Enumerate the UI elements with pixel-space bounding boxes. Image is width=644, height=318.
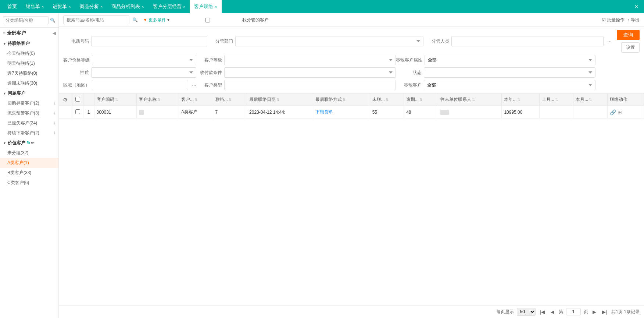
search-icon[interactable]: 🔍 [132,17,138,22]
table-header-row: ⚙ 客户编码⇅ 客户名称⇅ 客户...⇅ 联络...⇅ 最后联络日期⇅ 最后联络… [59,93,644,106]
info-icon-churned: ℹ [54,121,56,125]
next-page-btn[interactable]: ▶ [591,308,598,315]
region-dots-icon[interactable]: ··· [192,82,196,88]
per-page-select[interactable]: 50 100 200 [517,308,536,316]
sidebar-tomorrow-pending[interactable]: 明天待联络(1) [0,59,58,68]
sidebar-all-customers[interactable]: ⠿ 全部客户 ◀ [0,28,58,39]
sidebar-overdue-pending[interactable]: 逾期未联络(30) [0,78,58,88]
sidebar-ungrouped[interactable]: 未分组(32) [0,148,58,158]
sidebar-section-value[interactable]: ▼ 价值客户 ↻ ✏ [0,138,58,148]
last-method-link[interactable]: 下销货单 [315,109,333,114]
sidebar-class-b[interactable]: B类客户(33) [0,168,58,178]
row-last-method: 下销货单 [313,106,370,119]
expand-pending-icon: ▼ [3,42,6,46]
sort-level-icon[interactable]: ⇅ [194,98,197,102]
first-page-btn[interactable]: |◀ [539,308,546,315]
more-conditions-btn[interactable]: ▼ 更多条件 ▾ [141,16,172,24]
sidebar-section-problem[interactable]: ▼ 问题客户 [0,88,58,98]
row-name: Ea [136,106,179,119]
retail-customer-select[interactable]: 全部 [424,80,595,90]
person-dots-icon[interactable]: ··· [607,38,612,44]
nav-customer-contact[interactable]: 客户联络 × [190,0,221,13]
prev-page-btn[interactable]: ◀ [549,308,556,315]
sidebar-class-a[interactable]: A类客户(1) [0,158,58,168]
nav-close-product-analysis[interactable]: × [100,4,103,9]
refresh-value-icon[interactable]: ↻ [27,141,30,145]
sort-contact-icon[interactable]: ⇅ [229,98,232,102]
export-btn[interactable]: ↑ 导出 [627,17,640,23]
nav-close-purchase-order[interactable]: × [68,4,71,9]
nav-close-product-analysis-list[interactable]: × [142,4,144,9]
select-all-checkbox[interactable] [75,97,80,102]
table-footer: 每页显示 50 100 200 |◀ ◀ 第 页 ▶ ▶| 共1页 1条记录 [59,305,644,318]
nav-close-customer-contact[interactable]: × [215,4,217,9]
dept-select[interactable] [235,36,423,46]
sidebar-collapse-icon[interactable]: ◀ [53,31,56,36]
sidebar: 🔍 ⠿ 全部客户 ◀ ▼ 待联络客户 今天待联络(0) 明天待联络(1) 近7天… [0,13,59,318]
last-page-btn[interactable]: ▶| [601,308,608,315]
sidebar-search-icon[interactable]: 🔍 [50,18,56,23]
nav-purchase-order[interactable]: 进货单 × [48,0,75,13]
sort-notcontact-icon[interactable]: ⇅ [386,98,389,102]
table-settings-icon[interactable]: ⚙ [63,97,68,103]
col-this-year: 本年...⇅ [502,93,539,106]
sort-lastmonth-icon[interactable]: ⇅ [555,98,558,102]
action-link-icon[interactable]: 🔗 [610,109,616,115]
payment-select[interactable] [224,67,396,78]
nav-product-analysis-list[interactable]: 商品分析列表 × [107,0,148,13]
col-overdue-days: 逾期...⇅ [404,93,438,106]
sort-code-icon[interactable]: ⇅ [115,98,118,102]
filter-row-3: 性质 收付款条件 状态 [63,67,640,78]
row-last-date: 2023-04-12 14:44: [247,106,313,119]
batch-op-btn[interactable]: ☑ 批量操作 [602,17,625,23]
sidebar-search-input[interactable] [3,16,49,24]
sidebar-class-c[interactable]: C类客户(6) [0,178,58,188]
customer-type-input[interactable] [224,80,396,90]
nav-sales-order[interactable]: 销售单 × [21,0,48,13]
query-button[interactable]: 查询 [617,30,640,40]
filter-cell-status: 状态 [396,67,640,78]
sidebar-churned[interactable]: 已流失客户(24) ℹ [0,118,58,128]
price-level-select[interactable] [92,55,196,65]
edit-value-icon[interactable]: ✏ [31,141,34,145]
person-input[interactable] [451,36,604,46]
sort-method-icon[interactable]: ⇅ [343,98,346,102]
sidebar-churn-warning[interactable]: 流失预警客户(3) ℹ [0,108,58,118]
nav-home[interactable]: 首页 [3,0,21,13]
customer-level-select[interactable] [224,55,396,65]
sidebar-section-pending[interactable]: ▼ 待联络客户 [0,39,58,49]
page-input[interactable] [566,308,581,315]
sort-person-icon[interactable]: ⇅ [472,98,475,102]
sort-date-icon[interactable]: ⇅ [276,98,279,102]
nav-customer-segment[interactable]: 客户分层经营 × [149,0,190,13]
region-input[interactable] [92,80,188,90]
search-input[interactable] [63,15,129,24]
action-qr-icon[interactable]: ⊞ [618,109,622,115]
sort-thismonth-icon[interactable]: ⇅ [589,98,592,102]
nav-product-analysis[interactable]: 商品分析 × [75,0,107,13]
my-customers-checkbox-wrap[interactable]: 我分管的客户 [175,17,269,23]
phone-input[interactable] [91,36,207,46]
sidebar-today-pending[interactable]: 今天待联络(0) [0,49,58,59]
my-customers-checkbox[interactable] [175,18,241,22]
sort-name-icon[interactable]: ⇅ [157,98,160,102]
close-all-tabs-icon[interactable]: × [632,3,641,10]
nav-close-sales-order[interactable]: × [42,4,44,9]
sort-year-icon[interactable]: ⇅ [517,98,520,102]
retail-attr-select[interactable]: 全部 [425,55,595,65]
expand-problem-icon: ▼ [3,92,6,95]
nature-select[interactable] [91,67,196,78]
filter-cell-customer-type: 客户类型 [196,80,396,90]
sidebar-week-pending[interactable]: 近7天待联络(0) [0,68,58,78]
settings-button[interactable]: 设置 [621,42,640,53]
nav-close-customer-segment[interactable]: × [183,4,185,9]
sort-overdue-icon[interactable]: ⇅ [419,98,422,102]
table-row: 1 000031 Ea A类客户 7 2023-04-12 14:44: 下销货… [59,106,644,119]
status-select[interactable] [424,67,595,78]
row-checkbox[interactable] [75,109,80,114]
filter-cell-price-level: 客户价格等级 [63,55,196,65]
main-content: 🔍 ▼ 更多条件 ▾ 我分管的客户 ☑ 批量操作 ↑ 导出 [59,13,644,318]
batch-icon: ☑ [602,17,606,22]
sidebar-declining[interactable]: 持续下滑客户(2) ℹ [0,128,58,138]
sidebar-abnormal-repurchase[interactable]: 回购异常客户(2) ℹ [0,98,58,108]
